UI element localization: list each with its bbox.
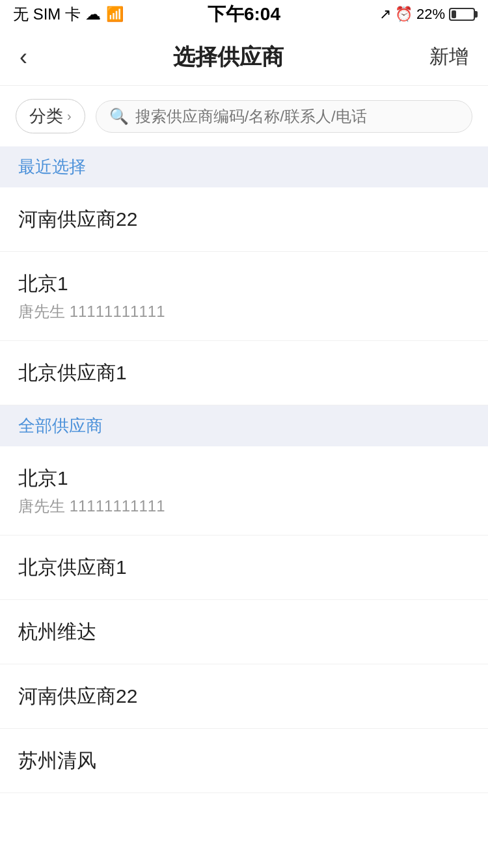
search-bar[interactable]: 🔍 [96,100,472,133]
status-bar: 无 SIM 卡 ☁ 📶 下午6:04 ↗ ⏰ 22% [0,0,488,29]
item-sub: 唐先生 11111111111 [18,496,470,517]
add-button[interactable]: 新增 [429,44,468,70]
item-name: 苏州清风 [18,747,470,774]
item-name: 北京1 [18,270,470,297]
filter-bar: 分类 › 🔍 [0,86,488,146]
all-list: 北京1唐先生 11111111111北京供应商1杭州维达河南供应商22苏州清风 [0,446,488,793]
alarm-icon: ⏰ [395,6,413,23]
sim-label: 无 SIM 卡 ☁ [13,4,101,25]
list-item[interactable]: 北京供应商1 [0,341,488,405]
search-input[interactable] [135,107,459,126]
all-section-header: 全部供应商 [0,405,488,446]
battery-percent: 22% [416,6,445,23]
recent-section-header: 最近选择 [0,146,488,187]
recent-section-label: 最近选择 [18,157,86,176]
item-name: 北京供应商1 [18,359,470,387]
back-button[interactable]: ‹ [20,46,27,69]
location-icon: ↗ [379,6,391,23]
item-name: 北京供应商1 [18,554,470,581]
list-item[interactable]: 河南供应商22 [0,664,488,729]
all-section-label: 全部供应商 [18,416,103,435]
item-name: 北京1 [18,465,470,492]
list-item[interactable]: 北京1唐先生 11111111111 [0,446,488,536]
nav-bar: ‹ 选择供应商 新增 [0,29,488,86]
item-name: 河南供应商22 [18,683,470,710]
item-name: 杭州维达 [18,618,470,645]
list-item[interactable]: 苏州清风 [0,729,488,793]
list-item[interactable]: 北京供应商1 [0,536,488,600]
list-item[interactable]: 河南供应商22 [0,187,488,252]
item-sub: 唐先生 11111111111 [18,301,470,322]
status-left: 无 SIM 卡 ☁ 📶 [13,4,124,25]
search-icon: 🔍 [109,107,129,126]
list-item[interactable]: 北京1唐先生 11111111111 [0,252,488,341]
status-time: 下午6:04 [208,2,280,27]
category-label: 分类 [29,105,63,128]
page-title: 选择供应商 [173,42,284,72]
chevron-right-icon: › [67,109,72,124]
recent-list: 河南供应商22北京1唐先生 11111111111北京供应商1 [0,187,488,405]
item-name: 河南供应商22 [18,206,470,233]
status-right: ↗ ⏰ 22% [379,6,475,23]
category-button[interactable]: 分类 › [16,99,85,133]
list-item[interactable]: 杭州维达 [0,600,488,664]
battery-icon [449,8,475,21]
wifi-icon: 📶 [106,6,124,23]
